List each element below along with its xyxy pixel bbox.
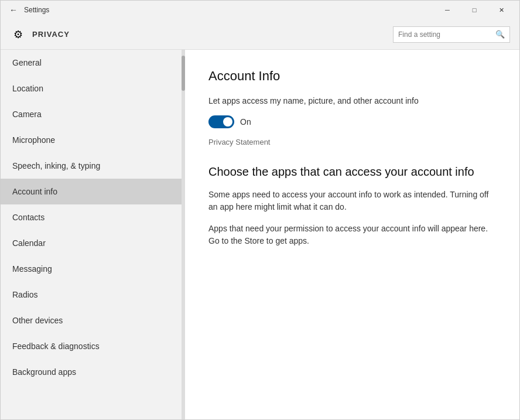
search-box[interactable]: 🔍 bbox=[393, 26, 510, 43]
sidebar-item-messaging[interactable]: Messaging bbox=[1, 256, 185, 282]
app-title: PRIVACY bbox=[32, 30, 393, 39]
settings-window: ← Settings ─ □ ✕ ⚙ PRIVACY 🔍 bbox=[0, 0, 520, 420]
privacy-icon: ⚙ bbox=[10, 26, 26, 43]
toggle-row: On bbox=[208, 115, 496, 128]
search-icon: 🔍 bbox=[495, 30, 505, 39]
sidebar-item-camera[interactable]: Camera bbox=[1, 101, 185, 127]
main-layout: General Location Camera Microphone Speec… bbox=[1, 50, 519, 419]
title-bar: ← Settings ─ □ ✕ bbox=[1, 1, 519, 19]
sidebar-item-radios[interactable]: Radios bbox=[1, 282, 185, 308]
sidebar-item-account-info[interactable]: Account info bbox=[1, 179, 185, 204]
sidebar: General Location Camera Microphone Speec… bbox=[1, 50, 185, 419]
back-button[interactable]: ← bbox=[5, 2, 22, 18]
page-title: Account Info bbox=[208, 69, 496, 84]
sidebar-item-calendar[interactable]: Calendar bbox=[1, 230, 185, 256]
privacy-statement-link[interactable]: Privacy Statement bbox=[208, 138, 271, 146]
sidebar-item-microphone[interactable]: Microphone bbox=[1, 127, 185, 153]
sidebar-item-feedback[interactable]: Feedback & diagnostics bbox=[1, 333, 185, 359]
toggle-label: On bbox=[240, 117, 251, 127]
sidebar-item-other-devices[interactable]: Other devices bbox=[1, 308, 185, 333]
close-button[interactable]: ✕ bbox=[488, 1, 515, 19]
section2-body1: Some apps need to access your account in… bbox=[208, 189, 496, 213]
sidebar-scrollbar[interactable] bbox=[182, 50, 185, 419]
sidebar-item-background-apps[interactable]: Background apps bbox=[1, 359, 185, 385]
window-controls: ─ □ ✕ bbox=[434, 1, 515, 19]
sidebar-item-speech[interactable]: Speech, inking, & typing bbox=[1, 153, 185, 179]
section2-body2: Apps that need your permission to access… bbox=[208, 223, 496, 247]
sidebar-item-contacts[interactable]: Contacts bbox=[1, 204, 185, 230]
account-info-description: Let apps access my name, picture, and ot… bbox=[208, 95, 496, 107]
sidebar-item-location[interactable]: Location bbox=[1, 76, 185, 101]
maximize-button[interactable]: □ bbox=[461, 1, 488, 19]
sidebar-scroll: General Location Camera Microphone Speec… bbox=[1, 50, 185, 419]
window-title: Settings bbox=[24, 6, 434, 14]
sidebar-item-general[interactable]: General bbox=[1, 50, 185, 76]
account-info-toggle[interactable] bbox=[208, 115, 234, 128]
sidebar-scrollbar-thumb bbox=[182, 56, 185, 91]
toggle-knob bbox=[223, 117, 232, 127]
minimize-button[interactable]: ─ bbox=[434, 1, 461, 19]
content-area: Account Info Let apps access my name, pi… bbox=[185, 50, 519, 419]
choose-section-title: Choose the apps that can access your acc… bbox=[208, 164, 496, 179]
app-header: ⚙ PRIVACY 🔍 bbox=[1, 19, 519, 50]
search-input[interactable] bbox=[398, 30, 495, 39]
